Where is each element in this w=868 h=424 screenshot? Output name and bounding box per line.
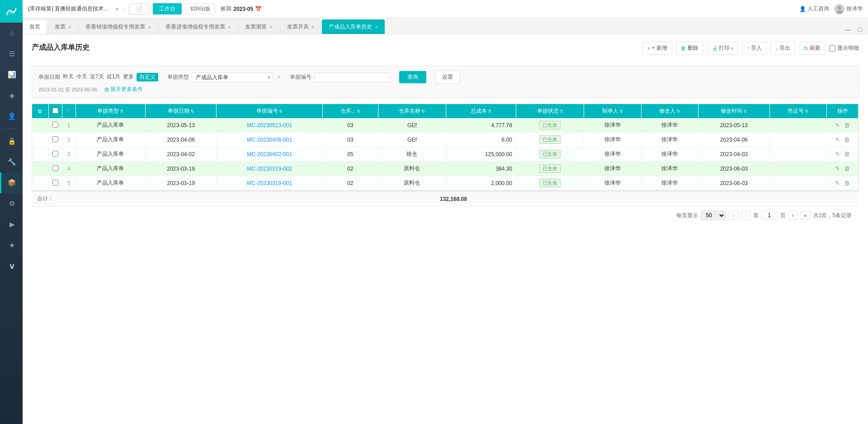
select-all-checkbox[interactable] xyxy=(52,108,58,114)
query-button[interactable]: 查询 xyxy=(399,71,426,83)
set-button[interactable]: 设置 xyxy=(435,71,460,84)
row-link-4[interactable]: MC-20230319-001 xyxy=(247,180,292,186)
delete-icon-4[interactable]: 🗑 xyxy=(844,180,850,186)
tab-maximize-button[interactable]: □ xyxy=(856,25,864,34)
tab-invoice-issue-close[interactable]: × xyxy=(311,24,314,30)
prev-page-button[interactable]: ‹ xyxy=(741,211,750,220)
tab-product-inbound[interactable]: 产成品入库单历史 × xyxy=(322,19,384,34)
edit-icon-4[interactable]: ✎ xyxy=(835,180,840,186)
per-page-select[interactable]: 50 20 100 xyxy=(701,210,726,220)
row-checkbox-1[interactable] xyxy=(52,136,58,142)
sidebar-item-tag[interactable]: ◈ xyxy=(0,85,23,106)
sort-number-icon[interactable]: ⇅ xyxy=(279,109,283,114)
tab-home[interactable]: 首页 xyxy=(23,19,47,34)
row-link-0[interactable]: MC-20230513-001 xyxy=(247,122,292,129)
delete-button[interactable]: 🗑 删除 xyxy=(676,42,703,55)
sort-creator-icon[interactable]: ⇅ xyxy=(619,109,623,114)
sort-type-icon[interactable]: ⇅ xyxy=(120,109,123,114)
sidebar-item-home[interactable]: ⌂ xyxy=(0,23,23,43)
next-page-button[interactable]: › xyxy=(788,211,797,220)
cell-number-1[interactable]: MC-20230406-001 xyxy=(217,133,323,147)
date-more[interactable]: 更多 xyxy=(123,73,134,81)
tab-purchase-vat-close[interactable]: × xyxy=(228,24,231,30)
company-dropdown-icon[interactable]: ▾ xyxy=(116,6,118,12)
col-voucher: 凭证号⇅ xyxy=(769,104,827,118)
cell-number-3[interactable]: MC-20230319-002 xyxy=(217,162,323,176)
sort-modifier-icon[interactable]: ⇅ xyxy=(676,109,680,114)
number-filter-input[interactable] xyxy=(314,72,390,82)
tab-invoice-calc-close[interactable]: × xyxy=(269,24,272,30)
delete-icon-2[interactable]: 🗑 xyxy=(844,151,850,157)
sort-voucher-icon[interactable]: ⇅ xyxy=(805,109,808,114)
edit-icon-2[interactable]: ✎ xyxy=(835,151,840,157)
sidebar-divider-1 xyxy=(5,129,18,129)
first-page-button[interactable]: « xyxy=(728,211,739,220)
sort-date-icon[interactable]: ⇅ xyxy=(190,109,194,114)
sidebar-item-package[interactable]: 📦 xyxy=(0,172,23,193)
tab-minimize-button[interactable]: — xyxy=(843,25,854,34)
tab-invoice-calc[interactable]: 发票测算 × xyxy=(238,19,279,34)
date-7days[interactable]: 近7天 xyxy=(90,73,104,81)
switch-button[interactable]: 切到旧版 xyxy=(185,4,215,14)
refresh-button[interactable]: ↻ 刷新 xyxy=(799,42,826,55)
delete-icon-1[interactable]: 🗑 xyxy=(844,136,850,143)
row-checkbox-4[interactable] xyxy=(52,180,58,186)
tab-invoice-issue[interactable]: 发票开具 × xyxy=(280,19,321,34)
page-input[interactable] xyxy=(761,211,778,220)
sort-cost-icon[interactable]: ⇅ xyxy=(488,109,491,114)
app-logo[interactable] xyxy=(0,0,23,23)
sidebar-item-play[interactable]: ▶ xyxy=(0,214,23,235)
tab-sales-vat[interactable]: 查看销项增值税专用发票 × xyxy=(79,19,157,34)
sort-status-icon[interactable]: ⇅ xyxy=(560,109,563,114)
cell-number-2[interactable]: MC-20230402-001 xyxy=(217,147,323,162)
sidebar-item-chart[interactable]: 📊 xyxy=(0,64,23,85)
row-link-3[interactable]: MC-20230319-002 xyxy=(247,166,292,172)
row-checkbox-2[interactable] xyxy=(52,151,58,157)
sort-mtime-icon[interactable]: ⇅ xyxy=(743,109,747,114)
new-button[interactable]: + + 新增 xyxy=(642,42,672,55)
date-today[interactable]: 今天 xyxy=(76,73,87,81)
tab-product-inbound-close[interactable]: × xyxy=(375,24,377,30)
doc-btn[interactable]: 📄 xyxy=(129,4,149,14)
row-link-1[interactable]: MC-20230406-001 xyxy=(247,137,292,143)
sidebar-item-v[interactable]: V xyxy=(0,256,23,276)
row-link-2[interactable]: MC-20230402-001 xyxy=(247,151,292,157)
workbench-button[interactable]: 工作台 xyxy=(153,3,182,14)
tab-invoice-close[interactable]: × xyxy=(68,24,71,30)
sidebar-item-document[interactable]: ☰ xyxy=(0,43,23,64)
sort-wname-icon[interactable]: ⇅ xyxy=(421,109,425,114)
cell-number-0[interactable]: MC-20230513-001 xyxy=(217,118,323,133)
edit-icon-1[interactable]: ✎ xyxy=(835,136,840,143)
calendar-icon[interactable]: 📅 xyxy=(255,6,262,12)
sort-wcode-icon[interactable]: ⇅ xyxy=(357,109,360,114)
user-section[interactable]: 徐泽华 xyxy=(835,4,863,14)
sidebar-item-settings[interactable]: ⚙ xyxy=(0,193,23,214)
delete-icon-0[interactable]: 🗑 xyxy=(844,122,850,129)
cell-number-4[interactable]: MC-20230319-001 xyxy=(217,176,323,191)
tab-sales-vat-close[interactable]: × xyxy=(148,24,151,30)
row-checkbox-0[interactable] xyxy=(52,122,58,128)
col-settings[interactable]: ⚙ xyxy=(32,104,48,118)
export-button[interactable]: ↓ 导出 xyxy=(770,42,795,55)
date-1month[interactable]: 近1月 xyxy=(107,73,121,81)
import-button[interactable]: ↑ 导入 xyxy=(742,42,767,55)
date-custom[interactable]: 自定义 xyxy=(137,73,158,81)
show-detail-checkbox[interactable] xyxy=(829,45,835,52)
type-filter-select[interactable]: 产成品入库单 xyxy=(192,72,273,82)
print-button[interactable]: 🖨 打印 ▾ xyxy=(707,42,738,55)
expand-filter-button[interactable]: ⊞ 展开更多条件 xyxy=(104,86,143,93)
sidebar-item-tool[interactable]: 🔧 xyxy=(0,152,23,172)
last-page-button[interactable]: » xyxy=(800,211,811,220)
delete-icon-3[interactable]: 🗑 xyxy=(844,165,850,172)
tab-invoice[interactable]: 发票 × xyxy=(48,19,78,34)
row-checkbox-3[interactable] xyxy=(52,165,58,171)
col-settings-icon[interactable]: ⚙ xyxy=(38,108,42,114)
sidebar-item-person[interactable]: 👤 xyxy=(0,106,23,127)
date-yesterday[interactable]: 昨天 xyxy=(63,73,74,81)
tab-purchase-vat[interactable]: 查看进项增值税专用发票 × xyxy=(159,19,237,34)
sidebar-item-star[interactable]: ★ xyxy=(0,235,23,256)
sidebar-item-lock[interactable]: 🔒 xyxy=(0,131,23,152)
edit-icon-0[interactable]: ✎ xyxy=(835,122,840,129)
help-section[interactable]: 👤 人工咨询 xyxy=(799,5,829,13)
edit-icon-3[interactable]: ✎ xyxy=(835,165,840,172)
